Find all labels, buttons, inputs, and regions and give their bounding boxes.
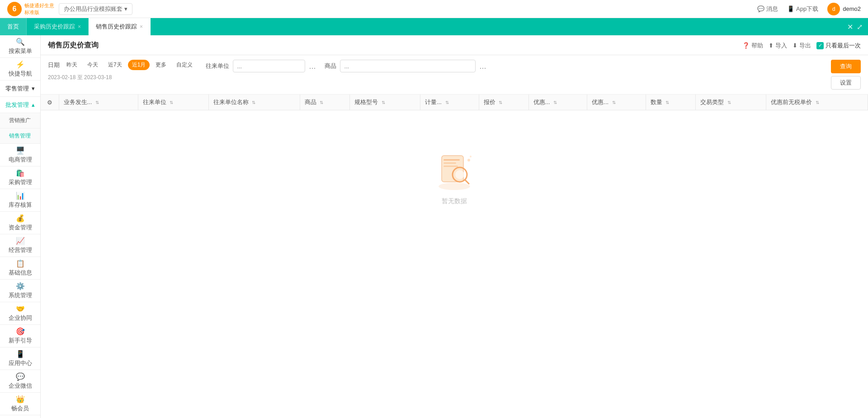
sidebar-item-wholesale[interactable]: 批发管理 ▴	[0, 97, 40, 113]
th-pre-tax-price[interactable]: 优惠前无税单价 ⇅	[766, 95, 868, 110]
partner-input[interactable]	[233, 60, 305, 72]
th-unit[interactable]: 计量... ⇅	[420, 95, 479, 110]
sidebar-item-purchase-label: 采购管理	[9, 178, 32, 186]
sidebar-item-inventory[interactable]: 📊 库存核算	[0, 189, 40, 212]
page-title: 销售历史价查询	[48, 41, 99, 50]
sidebar-item-operations[interactable]: 📈 经营管理	[0, 234, 40, 257]
sidebar-item-wechat-label: 企业微信	[9, 382, 32, 390]
sort-icon: ⇅	[382, 100, 385, 105]
sidebar-item-member[interactable]: 👑 畅会员	[0, 393, 40, 415]
sidebar-item-search-label: 搜索菜单	[9, 47, 32, 55]
th-trade-type[interactable]: 交易类型 ⇅	[695, 95, 766, 110]
th-settings[interactable]: ⚙	[41, 95, 59, 110]
sidebar-item-newbie-label: 新手引导	[9, 337, 32, 345]
crown-icon: 👑	[16, 395, 25, 404]
sidebar-item-enterprise[interactable]: 🤝 企业协同	[0, 302, 40, 325]
th-goods[interactable]: 商品 ⇅	[300, 95, 349, 110]
close-sales-tab-icon[interactable]: ×	[140, 24, 143, 30]
sidebar-sub-wholesale: 营销推广 销售管理	[0, 113, 40, 144]
sort-icon: ⇅	[612, 100, 616, 105]
sort-icon: ⇅	[320, 100, 323, 105]
sort-icon: ⇅	[727, 100, 731, 105]
app-download-action[interactable]: 📱 App下载	[787, 5, 818, 13]
clipboard-icon: 📋	[16, 259, 25, 268]
app-selector[interactable]: 办公用品行业模拟账套 ▾	[59, 3, 132, 15]
chevron-down-icon: ▾	[124, 5, 127, 12]
date-btn-today[interactable]: 今天	[83, 60, 102, 70]
date-btn-last7days[interactable]: 近7天	[104, 60, 126, 70]
setting-button[interactable]: 设置	[831, 76, 861, 90]
sort-icon: ⇅	[499, 100, 502, 105]
sidebar-item-finance-label: 资金管理	[9, 223, 32, 232]
empty-text: 暂无数据	[442, 197, 467, 205]
main-layout: 🔍 搜索菜单 ⚡ 快捷导航 零售管理 ▾ 批发管理 ▴ 营销推广 销售管理 🖥️…	[0, 35, 868, 418]
tab-home[interactable]: 首页	[0, 18, 27, 35]
table-header: ⚙ 业务发生... ⇅ 往来单位 ⇅ 往来单位名称	[41, 95, 868, 110]
sidebar-item-apps[interactable]: 📱 应用中心	[0, 347, 40, 370]
date-btn-custom[interactable]: 自定义	[172, 60, 197, 70]
chat-action[interactable]: 💬 消息	[757, 5, 778, 13]
sidebar-item-system[interactable]: ⚙️ 系统管理	[0, 280, 40, 302]
date-btn-yesterday[interactable]: 昨天	[62, 60, 81, 70]
sidebar-item-ecommerce[interactable]: 🖥️ 电商管理	[0, 144, 40, 166]
sidebar-item-sales-mgmt[interactable]: 销售管理	[0, 128, 40, 144]
top-bar-left: 6 畅捷通好生意 标准版 办公用品行业模拟账套 ▾	[7, 2, 132, 16]
table-area: ⚙ 业务发生... ⇅ 往来单位 ⇅ 往来单位名称	[41, 95, 868, 418]
import-button[interactable]: ⬆ 导入	[769, 42, 787, 50]
sidebar-item-operations-label: 经营管理	[9, 246, 32, 254]
date-btn-more[interactable]: 更多	[151, 60, 170, 70]
sidebar-item-purchase[interactable]: 🛍️ 采购管理	[0, 166, 40, 189]
sidebar-item-basics[interactable]: 📋 基础信息	[0, 257, 40, 280]
help-button[interactable]: ❓ 帮助	[742, 42, 763, 50]
handshake-icon: 🤝	[16, 304, 25, 313]
sidebar: 🔍 搜索菜单 ⚡ 快捷导航 零售管理 ▾ 批发管理 ▴ 营销推广 销售管理 🖥️…	[0, 35, 41, 418]
th-quoted-price[interactable]: 报价 ⇅	[479, 95, 528, 110]
sidebar-item-apps-label: 应用中心	[9, 359, 32, 367]
th-discount1[interactable]: 优惠... ⇅	[528, 95, 587, 110]
sort-icon: ⇅	[665, 100, 669, 105]
sidebar-item-marketing[interactable]: 营销推广	[0, 113, 40, 128]
filter-bar: 日期 昨天 今天 近7天 近1月 更多 自定义 2023-02-18 至 202…	[41, 55, 868, 95]
tab-sales-label: 销售历史价跟踪	[96, 23, 137, 31]
sidebar-item-wechat[interactable]: 💬 企业微信	[0, 370, 40, 393]
page-content: 销售历史价查询 ❓ 帮助 ⬆ 导入 ⬇ 导出 ✓	[41, 35, 868, 418]
sidebar-item-system-label: 系统管理	[9, 291, 32, 299]
export-button[interactable]: ⬇ 导出	[793, 42, 811, 50]
help-icon: ❓	[742, 42, 750, 49]
settings-icon[interactable]: ⚙	[47, 99, 52, 106]
close-purchase-tab-icon[interactable]: ×	[78, 24, 81, 30]
date-btn-last1month[interactable]: 近1月	[128, 60, 150, 70]
expand-action[interactable]: ⤢	[857, 23, 863, 31]
sidebar-item-finance[interactable]: 💰 资金管理	[0, 212, 40, 234]
search-icon: 🔍	[16, 38, 25, 46]
th-spec[interactable]: 规格型号 ⇅	[350, 95, 420, 110]
close-tab-action[interactable]: ✕	[847, 23, 853, 31]
only-last-toggle[interactable]: ✓ 只看最后一次	[816, 42, 861, 50]
goods-input[interactable]	[340, 60, 476, 72]
monitor-icon: 🖥️	[16, 146, 25, 155]
sidebar-item-search[interactable]: 🔍 搜索菜单	[0, 35, 40, 58]
sidebar-item-shortcuts[interactable]: ⚡ 快捷导航	[0, 58, 40, 81]
tab-purchase-history[interactable]: 采购历史价跟踪 ×	[27, 18, 89, 35]
sidebar-item-retail[interactable]: 零售管理 ▾	[0, 81, 40, 97]
th-partner-code[interactable]: 往来单位 ⇅	[138, 95, 208, 110]
sort-icon: ⇅	[816, 100, 819, 105]
top-bar-right: 💬 消息 📱 App下载 d demo2	[757, 3, 861, 15]
th-partner-name[interactable]: 往来单位名称 ⇅	[208, 95, 300, 110]
goods-dots[interactable]: ...	[479, 62, 486, 71]
trending-icon: 📈	[16, 237, 25, 245]
svg-point-8	[467, 159, 470, 162]
th-business-date[interactable]: 业务发生... ⇅	[59, 95, 138, 110]
tab-home-label: 首页	[7, 23, 19, 31]
data-table: ⚙ 业务发生... ⇅ 往来单位 ⇅ 往来单位名称	[41, 95, 868, 110]
user-area[interactable]: d demo2	[827, 3, 861, 15]
th-quantity[interactable]: 数量 ⇅	[646, 95, 695, 110]
sidebar-item-enterprise-label: 企业协同	[9, 314, 32, 322]
partner-dots[interactable]: ...	[309, 62, 316, 71]
sidebar-item-newbie[interactable]: 🎯 新手引导	[0, 325, 40, 347]
th-discount2[interactable]: 优惠... ⇅	[587, 95, 646, 110]
tab-sales-history[interactable]: 销售历史价跟踪 ×	[89, 18, 151, 35]
sort-icon: ⇅	[553, 100, 557, 105]
only-last-checkbox[interactable]: ✓	[816, 42, 824, 49]
query-button[interactable]: 查询	[831, 60, 861, 73]
